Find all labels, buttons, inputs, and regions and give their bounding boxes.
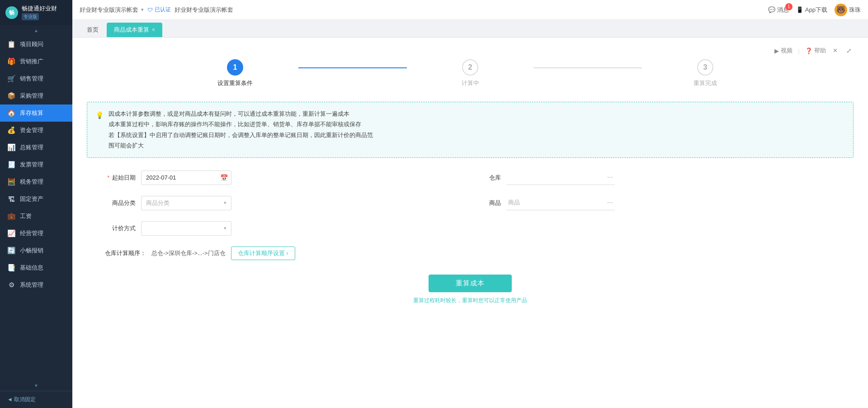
verified-text: 已认证 <box>155 6 171 14</box>
product-input[interactable]: 商品 ··· <box>506 196 615 210</box>
required-star: * <box>107 174 109 181</box>
sidebar-item-accounting[interactable]: 📊 总账管理 <box>0 139 72 156</box>
sidebar-header: 畅 畅捷通好业财 专业版 <box>0 0 72 25</box>
sidebar-item-label: 库存核算 <box>20 109 43 117</box>
tab-recalc[interactable]: 商品成本重算 × <box>107 23 162 37</box>
sidebar-item-label: 经营管理 <box>20 229 43 237</box>
scroll-up-arrow[interactable]: ▲ <box>34 28 38 33</box>
sidebar: 畅 畅捷通好业财 专业版 ▲ 📋 项目顾问 🎁 营销推广 🛒 销售管理 📦 采购… <box>0 0 72 408</box>
user-name: 珠珠 <box>849 6 861 14</box>
sidebar-item-label: 发票管理 <box>20 161 43 169</box>
message-button[interactable]: 💬 消息 1 <box>768 6 789 14</box>
recalculate-button[interactable]: 重算成本 <box>429 275 512 292</box>
sidebar-item-label: 小畅报销 <box>20 247 43 255</box>
main-area: 好业财专业版演示帐套 ▾ 🛡 已认证 好业财专业版演示帐套 💬 消息 1 📱 A… <box>72 0 868 408</box>
tab-home[interactable]: 首页 <box>80 23 106 37</box>
warehouse-order-settings-button[interactable]: 仓库计算顺序设置 › <box>231 247 295 260</box>
verified-badge: 🛡 已认证 <box>147 6 171 14</box>
start-date-group: * 起始日期 📅 <box>105 171 470 185</box>
step-2: 2 计算中 <box>407 59 533 87</box>
finance-icon: 💰 <box>7 126 15 134</box>
warehouse-order-label: 仓库计算顺序： <box>105 249 146 257</box>
operations-icon: 📈 <box>7 229 15 237</box>
step-2-circle: 2 <box>462 59 478 76</box>
inventory-icon: 🏠 <box>7 109 15 117</box>
topbar: 好业财专业版演示帐套 ▾ 🛡 已认证 好业财专业版演示帐套 💬 消息 1 📱 A… <box>72 0 868 20</box>
account-name: 好业财专业版演示帐套 <box>80 6 138 14</box>
topbar-right: 💬 消息 1 📱 App下载 🐻 珠珠 <box>768 4 861 16</box>
pricing-group: 计价方式 ▾ <box>105 221 470 236</box>
sidebar-item-operations[interactable]: 📈 经营管理 <box>0 225 72 242</box>
shield-icon: 🛡 <box>147 7 153 13</box>
category-select[interactable]: 商品分类 ▾ <box>141 196 231 210</box>
chevron-down-icon: ▾ <box>224 225 226 231</box>
product-dots-icon[interactable]: ··· <box>607 199 613 207</box>
expense-icon: 🔄 <box>7 247 15 255</box>
sidebar-item-purchase[interactable]: 📦 采购管理 <box>0 87 72 104</box>
marketing-icon: 🎁 <box>7 57 15 66</box>
sidebar-item-label: 工资 <box>20 212 32 220</box>
sidebar-item-inventory[interactable]: 🏠 库存核算 <box>0 104 72 122</box>
calendar-icon[interactable]: 📅 <box>220 174 228 181</box>
sidebar-item-sales[interactable]: 🛒 销售管理 <box>0 70 72 87</box>
user-avatar[interactable]: 🐻 珠珠 <box>835 4 861 16</box>
sidebar-item-expense[interactable]: 🔄 小畅报销 <box>0 242 72 259</box>
info-text: 因成本计算参数调整，或是对商品成本有疑问时，可以通过成本重算功能，重新计算一遍成… <box>108 109 373 151</box>
sidebar-item-label: 项目顾问 <box>20 40 43 48</box>
invoice-icon: 🧾 <box>7 161 15 169</box>
sidebar-item-project[interactable]: 📋 项目顾问 <box>0 36 72 53</box>
sidebar-item-label: 采购管理 <box>20 92 43 100</box>
step-line-2 <box>533 67 642 68</box>
sidebar-item-label: 营销推广 <box>20 57 43 66</box>
submit-area: 重算成本 重算过程耗时较长，重算时您可以正常使用产品 <box>87 275 854 304</box>
form-row-3: 计价方式 ▾ <box>105 221 835 236</box>
tab-home-label: 首页 <box>87 26 99 33</box>
salary-icon: 💼 <box>7 212 15 220</box>
sidebar-item-salary[interactable]: 💼 工资 <box>0 208 72 225</box>
app-download-button[interactable]: 📱 App下载 <box>796 6 827 14</box>
form-section: * 起始日期 📅 仓库 ··· <box>87 171 854 260</box>
product-label: 商品 <box>470 199 506 207</box>
category-label: 商品分类 <box>105 199 141 207</box>
category-placeholder: 商品分类 <box>146 199 170 207</box>
sidebar-item-invoice[interactable]: 🧾 发票管理 <box>0 156 72 173</box>
step-1: 1 设置重算条件 <box>172 59 298 87</box>
lightbulb-icon: 💡 <box>95 109 104 151</box>
app-download-label: App下载 <box>805 6 827 14</box>
project-icon: 📋 <box>7 40 15 48</box>
start-date-input-wrapper: 📅 <box>141 171 231 185</box>
sidebar-item-tax[interactable]: 🧮 税务管理 <box>0 173 72 190</box>
step-1-label: 设置重算条件 <box>217 79 253 87</box>
sidebar-item-assets[interactable]: 🏗 固定资产 <box>0 190 72 208</box>
chevron-down-icon: ▾ <box>141 7 144 13</box>
start-date-label: * 起始日期 <box>105 174 141 182</box>
phone-icon: 📱 <box>796 6 803 13</box>
sidebar-item-label: 基础信息 <box>20 264 43 272</box>
pricing-select[interactable]: ▾ <box>141 221 231 236</box>
sidebar-item-label: 资金管理 <box>20 126 43 134</box>
tab-close-icon[interactable]: × <box>152 27 155 33</box>
sidebar-item-label: 系统管理 <box>20 281 43 289</box>
edition-badge: 专业版 <box>22 13 39 20</box>
sidebar-nav: 📋 项目顾问 🎁 营销推广 🛒 销售管理 📦 采购管理 🏠 库存核算 💰 资金管… <box>0 34 72 382</box>
chevron-down-icon: ▾ <box>224 200 226 206</box>
account-selector[interactable]: 好业财专业版演示帐套 ▾ <box>80 6 144 14</box>
sidebar-item-system[interactable]: ⚙ 系统管理 <box>0 276 72 294</box>
sidebar-item-label: 税务管理 <box>20 178 43 186</box>
form-row-1: * 起始日期 📅 仓库 ··· <box>105 171 835 185</box>
step-1-circle: 1 <box>227 59 243 76</box>
step-line-1 <box>298 67 407 68</box>
step-3: 3 重算完成 <box>642 59 769 87</box>
unpin-button[interactable]: ◄ 取消固定 <box>0 391 72 408</box>
start-date-input[interactable] <box>141 171 231 185</box>
warehouse-label: 仓库 <box>470 174 506 182</box>
sidebar-item-marketing[interactable]: 🎁 营销推广 <box>0 53 72 70</box>
form-row-2: 商品分类 商品分类 ▾ 商品 商品 ··· <box>105 196 835 210</box>
sidebar-item-finance[interactable]: 💰 资金管理 <box>0 122 72 139</box>
warehouse-dots-icon[interactable]: ··· <box>607 173 613 181</box>
scroll-down-arrow[interactable]: ▼ <box>34 383 38 388</box>
category-group: 商品分类 商品分类 ▾ <box>105 196 470 210</box>
sidebar-item-basic[interactable]: 📑 基础信息 <box>0 259 72 276</box>
assets-icon: 🏗 <box>7 195 15 203</box>
warehouse-input[interactable]: ··· <box>506 171 615 185</box>
